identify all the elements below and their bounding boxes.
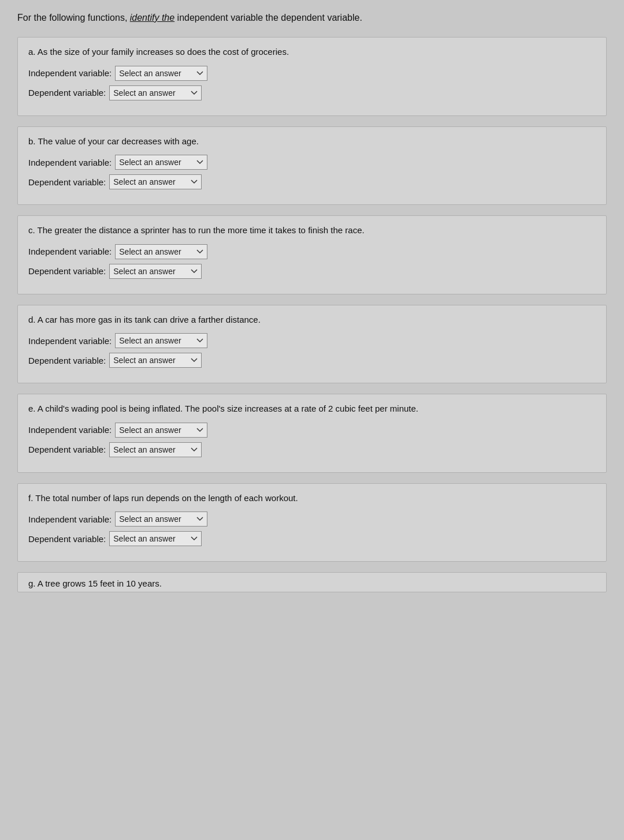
question-d-independent-label: Independent variable: (28, 336, 112, 346)
question-f-dependent-select[interactable]: Select an answer (109, 531, 202, 546)
question-d-block: d. A car has more gas in its tank can dr… (17, 305, 607, 384)
question-c-independent-select[interactable]: Select an answer (115, 244, 207, 259)
question-f-text: f. The total number of laps run depends … (28, 492, 596, 505)
question-b-text: b. The value of your car decreases with … (28, 135, 596, 148)
question-d-text: d. A car has more gas in its tank can dr… (28, 313, 596, 327)
question-b-independent-row: Independent variable:Select an answer (28, 155, 596, 170)
question-f-independent-select[interactable]: Select an answer (115, 512, 207, 527)
question-e-text: e. A child's wading pool is being inflat… (28, 402, 596, 416)
question-a-dependent-label: Dependent variable: (28, 88, 106, 98)
question-c-dependent-select[interactable]: Select an answer (109, 264, 202, 279)
question-a-block: a. As the size of your family increases … (17, 37, 607, 116)
question-d-independent-row: Independent variable:Select an answer (28, 333, 596, 348)
page-title: For the following functions, identify th… (17, 12, 607, 24)
question-d-dependent-select[interactable]: Select an answer (109, 353, 202, 368)
question-b-dependent-row: Dependent variable:Select an answer (28, 174, 596, 189)
question-c-text: c. The greater the distance a sprinter h… (28, 224, 596, 237)
question-f-independent-label: Independent variable: (28, 514, 112, 524)
question-e-block: e. A child's wading pool is being inflat… (17, 394, 607, 473)
question-f-block: f. The total number of laps run depends … (17, 483, 607, 562)
question-e-independent-row: Independent variable:Select an answer (28, 423, 596, 438)
question-c-independent-row: Independent variable:Select an answer (28, 244, 596, 259)
question-d-dependent-label: Dependent variable: (28, 356, 106, 365)
question-b-dependent-label: Dependent variable: (28, 177, 106, 187)
question-e-independent-select[interactable]: Select an answer (115, 423, 207, 438)
question-g-text: g. A tree grows 15 feet in 10 years. (28, 578, 162, 588)
question-c-dependent-label: Dependent variable: (28, 266, 106, 276)
question-e-dependent-row: Dependent variable:Select an answer (28, 442, 596, 457)
question-a-independent-label: Independent variable: (28, 68, 112, 78)
question-a-independent-row: Independent variable:Select an answer (28, 66, 596, 81)
question-e-independent-label: Independent variable: (28, 425, 112, 435)
question-b-block: b. The value of your car decreases with … (17, 126, 607, 206)
question-a-dependent-row: Dependent variable:Select an answer (28, 85, 596, 100)
question-e-dependent-select[interactable]: Select an answer (109, 442, 202, 457)
question-g-block: g. A tree grows 15 feet in 10 years. (17, 572, 607, 592)
question-c-independent-label: Independent variable: (28, 247, 112, 256)
question-b-dependent-select[interactable]: Select an answer (109, 174, 202, 189)
question-d-independent-select[interactable]: Select an answer (115, 333, 207, 348)
question-f-independent-row: Independent variable:Select an answer (28, 512, 596, 527)
question-b-independent-label: Independent variable: (28, 158, 112, 167)
question-a-independent-select[interactable]: Select an answer (115, 66, 207, 81)
question-a-text: a. As the size of your family increases … (28, 46, 596, 59)
question-f-dependent-label: Dependent variable: (28, 534, 106, 544)
question-d-dependent-row: Dependent variable:Select an answer (28, 353, 596, 368)
question-a-dependent-select[interactable]: Select an answer (109, 85, 202, 100)
question-b-independent-select[interactable]: Select an answer (115, 155, 207, 170)
question-c-dependent-row: Dependent variable:Select an answer (28, 264, 596, 279)
question-f-dependent-row: Dependent variable:Select an answer (28, 531, 596, 546)
question-c-block: c. The greater the distance a sprinter h… (17, 215, 607, 294)
question-e-dependent-label: Dependent variable: (28, 445, 106, 454)
